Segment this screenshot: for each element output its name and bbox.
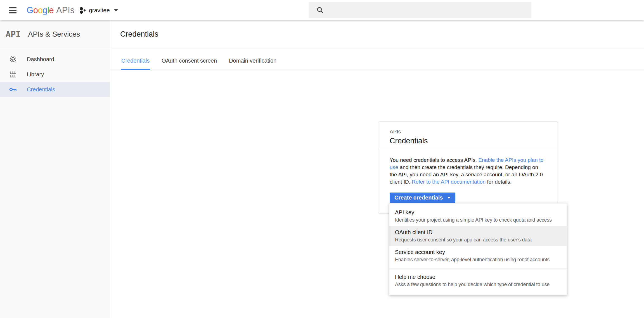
dropdown-caret-icon bbox=[447, 197, 451, 199]
sidebar-header: API APIs & Services bbox=[0, 20, 110, 48]
sidebar: API APIs & Services Dashboard bbox=[0, 20, 110, 318]
tab-bar: Credentials OAuth consent screen Domain … bbox=[110, 48, 644, 70]
sidebar-title: APIs & Services bbox=[28, 30, 80, 39]
tab-domain-verification[interactable]: Domain verification bbox=[228, 58, 277, 70]
chevron-down-icon bbox=[114, 9, 118, 11]
search-bar[interactable] bbox=[309, 2, 531, 18]
menu-item-description: Enables server-to-server, app-level auth… bbox=[395, 256, 561, 263]
sidebar-nav: Dashboard Library bbox=[0, 48, 110, 97]
menu-item-title: Help me choose bbox=[395, 273, 561, 281]
sidebar-item-credentials[interactable]: Credentials bbox=[0, 82, 110, 97]
menu-item-title: API key bbox=[395, 209, 561, 216]
project-selector[interactable]: gravitee bbox=[79, 0, 118, 20]
main-header: Credentials bbox=[110, 20, 644, 48]
card-description: You need credentials to access APIs. Ena… bbox=[390, 156, 546, 186]
credentials-card: APIs Credentials You need credentials to… bbox=[379, 121, 557, 213]
menu-item-description: Requests user consent so your app can ac… bbox=[395, 236, 561, 243]
page-title: Credentials bbox=[120, 30, 158, 39]
card-header: APIs Credentials bbox=[379, 122, 557, 149]
api-documentation-link[interactable]: Refer to the API documentation bbox=[412, 179, 486, 185]
project-name: gravitee bbox=[89, 7, 110, 14]
api-logo: API bbox=[6, 29, 21, 39]
menu-item-oauth-client-id[interactable]: OAuth client ID Requests user consent so… bbox=[389, 226, 567, 246]
logo-suffix: APIs bbox=[56, 5, 74, 15]
search-icon bbox=[316, 6, 324, 14]
menu-icon bbox=[9, 7, 16, 8]
sidebar-item-label: Library bbox=[27, 71, 44, 78]
menu-item-help-me-choose[interactable]: Help me choose Asks a few questions to h… bbox=[389, 269, 567, 295]
card-eyebrow: APIs bbox=[390, 129, 546, 135]
tab-oauth-consent-screen[interactable]: OAuth consent screen bbox=[161, 58, 217, 70]
menu-item-description: Asks a few questions to help you decide … bbox=[395, 281, 561, 288]
dashboard-icon bbox=[9, 56, 16, 63]
key-icon bbox=[9, 86, 16, 93]
create-credentials-label: Create credentials bbox=[394, 194, 443, 201]
menu-item-service-account-key[interactable]: Service account key Enables server-to-se… bbox=[389, 246, 567, 266]
sidebar-item-library[interactable]: Library bbox=[0, 67, 110, 82]
menu-item-api-key[interactable]: API key Identifies your project using a … bbox=[389, 206, 567, 226]
google-apis-logo[interactable]: Google APIs bbox=[27, 0, 74, 20]
tab-credentials[interactable]: Credentials bbox=[121, 58, 150, 70]
sidebar-item-label: Dashboard bbox=[27, 56, 54, 63]
library-icon bbox=[9, 71, 16, 78]
menu-item-title: OAuth client ID bbox=[395, 229, 561, 236]
sidebar-item-dashboard[interactable]: Dashboard bbox=[0, 52, 110, 67]
topbar: Google APIs gravitee bbox=[0, 0, 644, 20]
hamburger-menu-button[interactable] bbox=[9, 7, 16, 13]
card-title: Credentials bbox=[390, 137, 546, 145]
create-credentials-button[interactable]: Create credentials bbox=[390, 193, 455, 203]
logo-letter: G bbox=[27, 5, 33, 15]
create-credentials-menu: API key Identifies your project using a … bbox=[389, 203, 567, 295]
search-input[interactable] bbox=[328, 2, 531, 18]
menu-item-description: Identifies your project using a simple A… bbox=[395, 216, 561, 224]
card-body: You need credentials to access APIs. Ena… bbox=[379, 149, 557, 203]
menu-item-title: Service account key bbox=[395, 248, 561, 256]
project-hexagons-icon bbox=[79, 6, 86, 14]
sidebar-item-label: Credentials bbox=[27, 86, 55, 93]
